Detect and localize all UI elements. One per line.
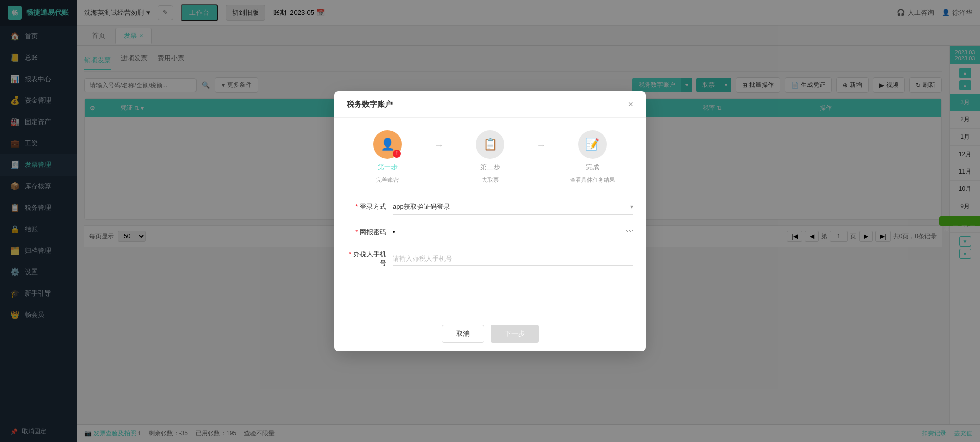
password-label: * 网报密码 [347,228,393,237]
password-input[interactable] [393,225,625,239]
dialog-body: 👤 ! 第一步 完善账密 → 📋 第二步 去取票 → [334,118,646,316]
modal-overlay: 税务数字账户 × 👤 ! 第一步 完善账密 → [0,0,980,442]
step2-label: 第二步 [480,163,500,172]
step-arrow-1: → [429,130,449,151]
step3-desc: 查看具体任务结果 [570,176,615,184]
steps: 👤 ! 第一步 完善账密 → 📋 第二步 去取票 → [347,130,633,184]
dialog-close-button[interactable]: × [628,100,633,109]
dialog-spacer [347,278,633,304]
password-wrap: 〰 [393,225,633,239]
step-3: 📝 完成 查看具体任务结果 [551,130,633,184]
tax-digital-dialog: 税务数字账户 × 👤 ! 第一步 完善账密 → [334,91,646,351]
step1-icon: 👤 [381,138,395,151]
step2-icon: 📋 [483,138,497,151]
phone-label: * 办税人手机号 [347,250,393,268]
step2-icon-wrap: 📋 [476,130,504,159]
dialog-header: 税务数字账户 × [334,91,646,118]
phone-control [393,252,633,266]
step-1: 👤 ! 第一步 完善账密 [347,130,429,184]
login-method-row: * 登录方式 app获取验证码登录 ▾ [347,199,633,215]
next-button[interactable]: 下一步 [491,325,539,343]
phone-input[interactable] [393,252,633,266]
step1-error-badge: ! [393,150,401,158]
step1-icon-wrap: 👤 ! [373,130,402,159]
login-method-value: app获取验证码登录 [393,202,630,211]
step3-label: 完成 [586,163,599,172]
dialog-footer: 取消 下一步 [334,316,646,351]
step2-desc: 去取票 [482,176,499,184]
step1-label: 第一步 [378,163,398,172]
step3-icon: 📝 [585,138,599,151]
password-eye-icon[interactable]: 〰 [625,227,633,236]
step-arrow-2: → [531,130,551,151]
login-method-label: * 登录方式 [347,202,393,211]
step1-desc: 完善账密 [376,176,399,184]
step-2: 📋 第二步 去取票 [449,130,531,184]
password-row: * 网报密码 〰 [347,225,633,239]
step3-icon-wrap: 📝 [578,130,607,159]
cancel-button[interactable]: 取消 [442,325,484,343]
login-method-control: app获取验证码登录 ▾ [393,199,633,215]
login-method-dropdown-icon: ▾ [630,203,633,210]
dialog-title: 税务数字账户 [347,100,393,109]
phone-row: * 办税人手机号 [347,250,633,268]
login-method-select[interactable]: app获取验证码登录 ▾ [393,199,633,215]
password-control: 〰 [393,225,633,239]
